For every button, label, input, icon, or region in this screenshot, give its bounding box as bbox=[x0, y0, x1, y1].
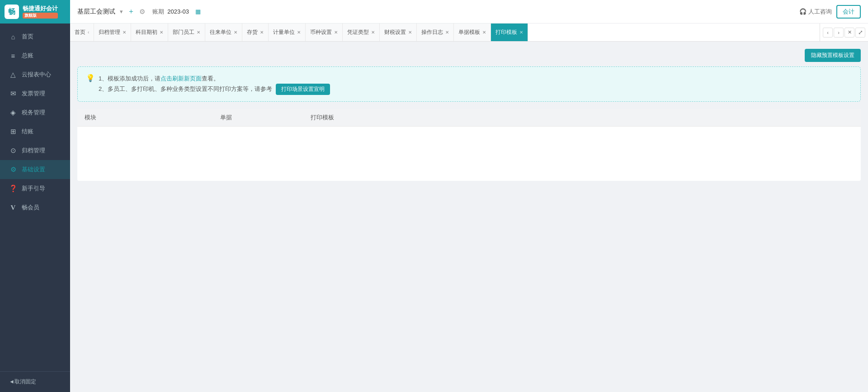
tab-archive[interactable]: 归档管理 ✕ bbox=[94, 24, 131, 41]
sidebar-item-reports[interactable]: △ 云报表中心 bbox=[0, 65, 70, 84]
sidebar-item-tax[interactable]: ◈ 税务管理 bbox=[0, 103, 70, 122]
tab-printtemplate[interactable]: 打印模板 ✕ bbox=[491, 24, 528, 41]
lightbulb-icon: 💡 bbox=[86, 74, 95, 82]
tab-currency[interactable]: 币种设置 ✕ bbox=[306, 24, 343, 41]
tab-prev-button[interactable]: ‹ bbox=[823, 28, 833, 38]
tab-voucher-close[interactable]: ✕ bbox=[371, 30, 375, 35]
tab-taxsettings[interactable]: 财税设置 ✕ bbox=[380, 24, 417, 41]
notice-box: 💡 1、模板添加成功后，请点击刷新新页面查看。 2、多员工、多打印机、多种业务类… bbox=[77, 66, 861, 102]
tab-next-button[interactable]: › bbox=[834, 28, 844, 38]
headset-icon: 🎧 bbox=[799, 8, 807, 15]
sidebar-item-guide[interactable]: ❓ 新手引导 bbox=[0, 179, 70, 198]
table-header: 模块 单据 打印模板 bbox=[77, 109, 861, 127]
settings-icon: ⚙ bbox=[9, 165, 17, 174]
notice-content: 💡 1、模板添加成功后，请点击刷新新页面查看。 2、多员工、多打印机、多种业务类… bbox=[86, 73, 852, 95]
refresh-link[interactable]: 点击刷新新页面 bbox=[160, 75, 202, 82]
invoice-icon: ✉ bbox=[9, 90, 17, 98]
home-icon: ⌂ bbox=[9, 33, 17, 41]
tab-printtemplate-close[interactable]: ✕ bbox=[519, 30, 523, 35]
tab-dept[interactable]: 部门员工 ✕ bbox=[168, 24, 205, 41]
sidebar-nav: ⌂ 首页 ≡ 总账 △ 云报表中心 ✉ 发票管理 ◈ 税务管理 ⊞ 结账 ⊙ 归… bbox=[0, 24, 70, 371]
tab-inventory-close[interactable]: ✕ bbox=[260, 30, 264, 35]
tab-list: 首页 ‹ 归档管理 ✕ 科目期初 ✕ 部门员工 ✕ 往来单位 ✕ 存货 ✕ bbox=[70, 24, 820, 41]
company-dropdown-icon[interactable]: ▾ bbox=[120, 8, 123, 15]
tab-taxsettings-close[interactable]: ✕ bbox=[408, 30, 412, 35]
tab-dept-close[interactable]: ✕ bbox=[197, 30, 200, 35]
tab-subject-close[interactable]: ✕ bbox=[160, 30, 163, 35]
tab-unit[interactable]: 计量单位 ✕ bbox=[269, 24, 306, 41]
content-area: 隐藏预置模板设置 💡 1、模板添加成功后，请点击刷新新页面查看。 2、多员工、多… bbox=[70, 42, 868, 392]
col-doc-header: 单据 bbox=[213, 109, 303, 126]
tab-oplog-close[interactable]: ✕ bbox=[445, 30, 449, 35]
tab-oplog[interactable]: 操作日志 ✕ bbox=[417, 24, 454, 41]
main-area: 基层工会测试 ▾ ＋ ⚙ 账期 2023-03 ▦ 🎧 人工咨询 会计 首页 ‹… bbox=[70, 0, 868, 392]
tab-unit-close[interactable]: ✕ bbox=[297, 30, 301, 35]
add-company-icon[interactable]: ＋ bbox=[127, 7, 135, 16]
tab-voucher[interactable]: 凭证类型 ✕ bbox=[343, 24, 380, 41]
period-value: 2023-03 bbox=[167, 8, 189, 15]
sidebar-item-invoice[interactable]: ✉ 发票管理 bbox=[0, 84, 70, 103]
table-body bbox=[77, 127, 861, 181]
logo-text: 畅捷通好会计 旗舰版 bbox=[23, 5, 58, 19]
logo-icon: 畅 bbox=[5, 5, 19, 19]
checkout-icon: ⊞ bbox=[9, 128, 17, 136]
col-module-header: 模块 bbox=[77, 109, 213, 126]
tab-singleform[interactable]: 单据模板 ✕ bbox=[454, 24, 491, 41]
company-name: 基层工会测试 bbox=[77, 8, 115, 16]
tab-inventory[interactable]: 存货 ✕ bbox=[242, 24, 269, 41]
tab-home-arrow: ‹ bbox=[88, 30, 89, 35]
notice-text-block: 1、模板添加成功后，请点击刷新新页面查看。 2、多员工、多打印机、多种业务类型设… bbox=[99, 73, 330, 95]
sidebar-item-archive[interactable]: ⊙ 归档管理 bbox=[0, 141, 70, 160]
topbar-right: 🎧 人工咨询 会计 bbox=[799, 5, 861, 19]
sidebar-item-member[interactable]: V 畅会员 bbox=[0, 198, 70, 217]
print-scene-button[interactable]: 打印场景设置宣明 bbox=[276, 84, 330, 95]
tab-supplier-close[interactable]: ✕ bbox=[234, 30, 237, 35]
sidebar-item-settings[interactable]: ⚙ 基础设置 bbox=[0, 160, 70, 179]
guide-icon: ❓ bbox=[9, 184, 17, 193]
reports-icon: △ bbox=[9, 71, 17, 79]
tabbar: 首页 ‹ 归档管理 ✕ 科目期初 ✕ 部门员工 ✕ 往来单位 ✕ 存货 ✕ bbox=[70, 24, 868, 42]
tab-close-all-button[interactable]: ✕ bbox=[844, 28, 854, 38]
unpin-button[interactable]: ◄取消固定 bbox=[0, 371, 70, 392]
sidebar: 畅 畅捷通好会计 旗舰版 ⌂ 首页 ≡ 总账 △ 云报表中心 ✉ 发票管理 ◈ … bbox=[0, 0, 70, 392]
tab-home[interactable]: 首页 ‹ bbox=[70, 24, 94, 41]
notice-line2: 2、多员工、多打印机、多种业务类型设置不同打印方案等，请参考 打印场景设置宣明 bbox=[99, 84, 330, 95]
sidebar-item-checkout[interactable]: ⊞ 结账 bbox=[0, 122, 70, 141]
tax-icon: ◈ bbox=[9, 109, 17, 117]
account-button[interactable]: 会计 bbox=[836, 5, 861, 19]
col-template-header: 打印模板 bbox=[303, 109, 861, 126]
sidebar-item-home[interactable]: ⌂ 首页 bbox=[0, 27, 70, 46]
tab-currency-close[interactable]: ✕ bbox=[334, 30, 338, 35]
member-icon: V bbox=[9, 204, 17, 212]
help-button[interactable]: 🎧 人工咨询 bbox=[799, 8, 832, 16]
tab-expand-button[interactable]: ⤢ bbox=[855, 28, 865, 38]
template-table: 模块 单据 打印模板 bbox=[77, 109, 861, 181]
tab-controls: ‹ › ✕ ⤢ bbox=[820, 24, 868, 41]
archive-icon: ⊙ bbox=[9, 146, 17, 155]
sidebar-logo: 畅 畅捷通好会计 旗舰版 bbox=[0, 0, 70, 24]
hide-template-button[interactable]: 隐藏预置模板设置 bbox=[805, 49, 861, 62]
company-settings-icon[interactable]: ⚙ bbox=[139, 8, 145, 16]
tab-supplier[interactable]: 往来单位 ✕ bbox=[205, 24, 242, 41]
action-bar: 隐藏预置模板设置 bbox=[77, 49, 861, 62]
topbar: 基层工会测试 ▾ ＋ ⚙ 账期 2023-03 ▦ 🎧 人工咨询 会计 bbox=[70, 0, 868, 24]
tab-singleform-close[interactable]: ✕ bbox=[482, 30, 486, 35]
sidebar-item-ledger[interactable]: ≡ 总账 bbox=[0, 46, 70, 65]
period-label: 账期 2023-03 bbox=[152, 8, 189, 16]
tab-subject[interactable]: 科目期初 ✕ bbox=[131, 24, 168, 41]
ledger-icon: ≡ bbox=[9, 52, 17, 60]
tab-archive-close[interactable]: ✕ bbox=[123, 30, 126, 35]
calendar-icon[interactable]: ▦ bbox=[195, 8, 201, 15]
notice-line1: 1、模板添加成功后，请点击刷新新页面查看。 bbox=[99, 73, 330, 84]
